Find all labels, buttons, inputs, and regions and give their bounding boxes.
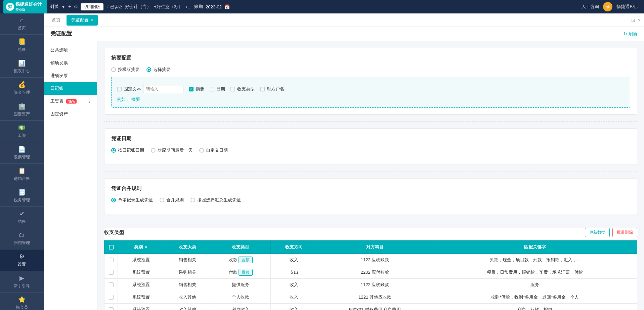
- th-checkbox[interactable]: [104, 241, 118, 254]
- left-menu-payroll[interactable]: 工资表 NEW ›: [44, 95, 97, 108]
- sidebar-item-home[interactable]: ⌂ 首页: [0, 13, 44, 35]
- radio-template-summary[interactable]: 按模版摘要: [111, 67, 140, 73]
- row3-account: 1122 应收账款: [317, 279, 433, 291]
- radio-merge-rules[interactable]: 合并规则: [160, 197, 184, 203]
- switch-version-button[interactable]: 切到旧版: [81, 3, 103, 10]
- radio-journal-date[interactable]: 按日记账日期: [111, 147, 144, 153]
- tab-voucher-label: 凭证配置: [71, 17, 89, 23]
- th-account: 对方科目: [317, 241, 433, 254]
- top-bar: 财 畅捷通好会计 专业版 测试 ▼ + ⚙ 切到旧版 ✓ 已认证 好会计（专） …: [0, 0, 644, 13]
- radio-custom-date[interactable]: 自定义日期: [199, 147, 228, 153]
- sidebar-item-ledger[interactable]: 📒 总账: [0, 35, 44, 56]
- income-expense-table: 类别 ∨ 收支大类 收支类型 收支方向 对方科目 匹配关键字: [104, 240, 637, 310]
- sidebar-item-tax[interactable]: 🧾 税务管理: [0, 185, 44, 207]
- radio-summary-generate[interactable]: 按照选择汇总生成凭证: [190, 197, 241, 203]
- row1-account: 1122 应收账款: [317, 254, 433, 266]
- left-menu-public-label: 公共选项: [50, 47, 68, 53]
- tag-top-2[interactable]: 置顶: [239, 269, 253, 276]
- counterparty-label: 对方户名: [267, 86, 284, 92]
- left-menu-fixed-label: 固定资产: [50, 111, 68, 117]
- settings-sidebar-icon: ⚙: [19, 253, 25, 260]
- checkbox-income-type[interactable]: 收支类型: [230, 86, 255, 92]
- row2-checkbox[interactable]: [104, 266, 118, 279]
- row4-keywords: 收到*借款，收到*备用金，退回*备用金，个人: [433, 291, 637, 304]
- row5-checkbox[interactable]: [104, 304, 118, 310]
- avatar[interactable]: 畅: [603, 2, 612, 11]
- checkbox-4[interactable]: [109, 295, 114, 300]
- row3-checkbox[interactable]: [104, 279, 118, 291]
- row2-direction: 支出: [270, 266, 317, 279]
- row1-checkbox[interactable]: [104, 254, 118, 266]
- row4-account: 1221 其他应收款: [317, 291, 433, 304]
- sidebar-item-funds[interactable]: 💰 资金管理: [0, 78, 44, 99]
- refresh-button[interactable]: ↻ 刷新: [624, 31, 637, 37]
- right-content: 摘要配置 按模版摘要 选择摘要: [97, 41, 644, 310]
- fixed-text-input[interactable]: [143, 85, 183, 93]
- sidebar-item-archive[interactable]: 🗂 归档管理: [0, 228, 44, 249]
- app-logo: 财 畅捷通好会计 专业版: [3, 0, 47, 13]
- radio-select-circle: [146, 67, 151, 72]
- good-biz-label: +好生意（标）: [154, 4, 183, 10]
- sidebar-item-salary[interactable]: 💵 工资: [0, 121, 44, 142]
- merge-rules-circle: [160, 198, 164, 202]
- row4-checkbox[interactable]: [104, 291, 118, 304]
- date-checkbox: [210, 87, 214, 91]
- dropdown-icon[interactable]: ▼: [61, 4, 66, 9]
- summary-checkbox: ✓: [189, 87, 194, 91]
- checkbox-2[interactable]: [109, 270, 114, 275]
- row4-direction: 收入: [270, 291, 317, 304]
- tab-voucher-config[interactable]: 凭证配置 ×: [67, 15, 98, 26]
- left-menu-sales-invoice[interactable]: 销项发票: [44, 56, 97, 69]
- radio-single-record[interactable]: 单条记录生成凭证: [111, 197, 153, 203]
- row4-category: 系统预置: [118, 291, 164, 304]
- row2-keywords: 项目，日常费用，报销款，车费，承兑汇票，付款: [433, 266, 637, 279]
- sidebar-item-invoice[interactable]: 📄 发票管理: [0, 142, 44, 164]
- left-menu-fixed-assets[interactable]: 固定资产: [44, 108, 97, 120]
- checkbox-summary[interactable]: ✓ 摘要: [189, 86, 204, 92]
- checkbox-date[interactable]: 日期: [210, 86, 225, 92]
- tab-home-label: 首页: [52, 17, 60, 23]
- left-menu-purchase-invoice[interactable]: 进项发票: [44, 69, 97, 82]
- radio-select-summary[interactable]: 选择摘要: [146, 67, 171, 73]
- checkbox-5[interactable]: [109, 307, 114, 310]
- settings-icon[interactable]: ⚙: [74, 4, 78, 9]
- batch-delete-button[interactable]: 批量删除: [612, 228, 637, 237]
- select-all-checkbox[interactable]: [109, 245, 114, 249]
- sidebar-item-closing[interactable]: ✔ 结账: [0, 207, 44, 228]
- consult-btn[interactable]: 人工咨询: [582, 4, 599, 10]
- checkbox-fixed-text[interactable]: 固定文本: [117, 85, 183, 93]
- tab-close-icon[interactable]: ×: [91, 18, 93, 23]
- page-header: 凭证配置 ↻ 刷新: [44, 27, 644, 41]
- sidebar-item-purchase[interactable]: 📋 进销台账: [0, 164, 44, 185]
- row5-account: 660301 财务费用 利息费用: [317, 304, 433, 310]
- restore-window-btn[interactable]: ⊡: [631, 17, 635, 23]
- update-data-button[interactable]: 更新数据: [585, 228, 610, 237]
- tab-home[interactable]: 首页: [47, 15, 65, 26]
- calendar-icon[interactable]: 📅: [224, 4, 230, 9]
- period-last-day-label: 对应期间最后一天: [158, 147, 192, 153]
- close-window-btn[interactable]: ×: [638, 17, 641, 23]
- add-icon[interactable]: +: [68, 4, 71, 10]
- sidebar-item-member[interactable]: ⭐ 畅会员: [0, 293, 44, 310]
- sidebar-label-closing: 结账: [18, 219, 26, 225]
- sidebar-item-settings[interactable]: ⚙ 设置: [0, 249, 44, 271]
- sidebar-item-reports[interactable]: 📊 报表中心: [0, 56, 44, 78]
- checkbox-1[interactable]: [109, 258, 114, 262]
- checkbox-counterparty[interactable]: 对方户名: [260, 86, 284, 92]
- income-expense-title: 收支类型: [104, 229, 124, 236]
- tab-bar: 首页 凭证配置 × ⊡ ×: [44, 13, 644, 27]
- sidebar-label-home: 首页: [18, 25, 26, 31]
- sidebar-label-archive: 归档管理: [14, 240, 30, 246]
- tag-top-1[interactable]: 置顶: [239, 257, 253, 263]
- radio-period-last-day[interactable]: 对应期间最后一天: [151, 147, 192, 153]
- checkbox-3[interactable]: [109, 282, 114, 287]
- sidebar-item-guide[interactable]: ▶ 新手引导: [0, 271, 44, 293]
- left-menu-public[interactable]: 公共选项: [44, 44, 97, 56]
- left-menu-journal[interactable]: 日记账: [44, 82, 97, 95]
- funds-icon: 💰: [18, 81, 26, 88]
- income-type-label: 收支类型: [237, 86, 255, 92]
- sidebar-item-assets[interactable]: 🏢 固定资产: [0, 99, 44, 121]
- page-content: 凭证配置 ↻ 刷新 公共选项 销项发票: [44, 27, 644, 310]
- th-direction: 收支方向: [270, 241, 317, 254]
- salary-icon: 💵: [18, 124, 26, 131]
